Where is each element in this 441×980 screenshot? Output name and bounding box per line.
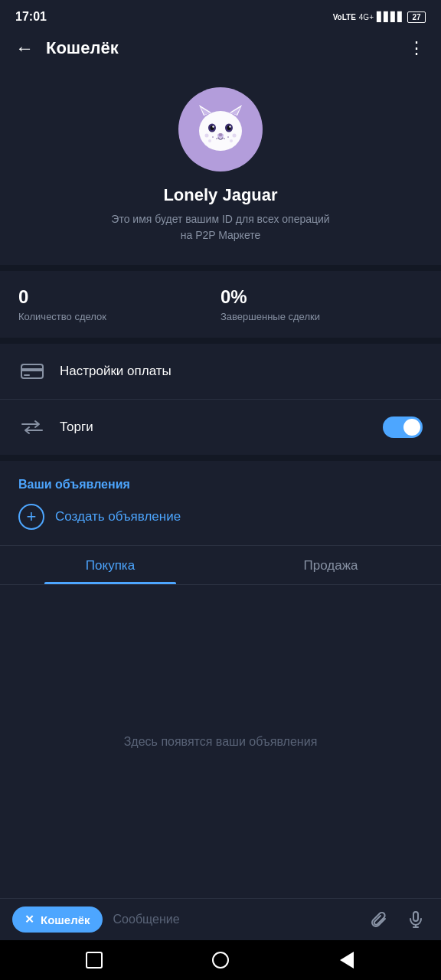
nav-back-button[interactable] xyxy=(335,948,359,972)
wallet-chip-label: Кошелёк xyxy=(41,913,90,926)
svg-point-0 xyxy=(199,111,242,151)
deals-completed-label: Завершенные сделки xyxy=(220,311,423,322)
svg-point-17 xyxy=(212,136,214,138)
avatar xyxy=(178,87,263,172)
menu-section: Настройки оплаты Торги xyxy=(0,344,441,455)
wallet-chip-button[interactable]: ✕ Кошелёк xyxy=(12,906,103,933)
stat-deals-completed: 0% Завершенные сделки xyxy=(220,286,423,322)
nav-back-icon xyxy=(340,952,354,969)
page-title: Кошелёк xyxy=(46,38,396,58)
status-bar: 17:01 VoLTE 4G+ ▋▋▋▋ 27 xyxy=(0,0,441,31)
battery-icon: 27 xyxy=(407,11,426,23)
svg-rect-22 xyxy=(21,368,43,371)
create-ad-icon: + xyxy=(18,504,44,530)
section-divider-3 xyxy=(0,455,441,461)
deals-count-value: 0 xyxy=(18,286,220,308)
empty-content-area: Здесь появятся ваши объявления xyxy=(0,585,441,898)
create-ad-label: Создать объявление xyxy=(55,509,181,524)
deals-count-label: Количество сделок xyxy=(18,311,220,322)
nav-home-button[interactable] xyxy=(208,948,233,972)
create-ad-button[interactable]: + Создать объявление xyxy=(18,504,423,537)
svg-point-9 xyxy=(212,126,214,127)
profile-section: Lonely Jaguar Это имя будет вашим ID для… xyxy=(0,69,441,265)
message-input-area[interactable]: Сообщение xyxy=(113,913,355,926)
system-nav-bar xyxy=(0,940,441,980)
svg-point-18 xyxy=(216,138,217,139)
svg-point-20 xyxy=(227,136,229,138)
svg-point-10 xyxy=(229,126,230,127)
tab-buy[interactable]: Покупка xyxy=(0,546,220,584)
signal-bars: ▋▋▋▋ xyxy=(377,11,404,22)
stat-deals-count: 0 Количество сделок xyxy=(18,286,220,322)
svg-point-16 xyxy=(230,139,233,142)
svg-point-19 xyxy=(224,138,225,139)
nav-recent-button[interactable] xyxy=(82,948,106,972)
tabs-section: Покупка Продажа xyxy=(0,546,441,585)
trades-toggle[interactable] xyxy=(383,416,423,438)
avatar-image xyxy=(190,99,251,160)
nav-home-icon xyxy=(212,952,229,969)
back-button[interactable]: ← xyxy=(15,39,34,57)
trades-icon xyxy=(18,413,46,441)
signal-icon: 4G+ xyxy=(359,13,374,21)
section-divider-2 xyxy=(0,338,441,344)
message-placeholder: Сообщение xyxy=(113,913,180,926)
profile-name: Lonely Jaguar xyxy=(163,185,277,205)
status-icons: VoLTE 4G+ ▋▋▋▋ 27 xyxy=(333,11,426,23)
menu-item-trades[interactable]: Торги xyxy=(0,400,441,455)
wallet-chip-close[interactable]: ✕ xyxy=(24,913,34,926)
stats-section: 0 Количество сделок 0% Завершенные сделк… xyxy=(0,271,441,338)
attach-icon[interactable] xyxy=(366,906,392,933)
profile-description: Это имя будет вашим ID для всех операций… xyxy=(106,211,335,243)
more-options-button[interactable]: ⋮ xyxy=(408,38,426,58)
menu-item-payment[interactable]: Настройки оплаты xyxy=(0,344,441,399)
empty-content-text: Здесь появятся ваши объявления xyxy=(124,735,318,749)
payment-settings-label: Настройки оплаты xyxy=(60,364,423,379)
svg-point-15 xyxy=(208,139,211,142)
bottom-bar: ✕ Кошелёк Сообщение xyxy=(0,898,441,940)
nav-recent-icon xyxy=(86,952,103,969)
voice-icon[interactable] xyxy=(403,906,429,933)
tabs-row: Покупка Продажа xyxy=(0,546,441,585)
svg-point-14 xyxy=(233,134,237,138)
tab-sell[interactable]: Продажа xyxy=(220,546,441,584)
announcements-section: Ваши объявления + Создать объявление xyxy=(0,461,441,545)
deals-completed-value: 0% xyxy=(220,286,423,308)
trades-label: Торги xyxy=(60,420,369,435)
svg-point-13 xyxy=(205,134,209,138)
svg-rect-24 xyxy=(413,912,418,921)
svg-point-12 xyxy=(219,133,223,136)
section-divider-1 xyxy=(0,265,441,271)
svg-rect-23 xyxy=(24,374,30,376)
payment-settings-icon xyxy=(18,358,46,385)
toggle-knob xyxy=(403,419,420,436)
page-header: ← Кошелёк ⋮ xyxy=(0,31,441,69)
status-time: 17:01 xyxy=(15,10,47,24)
network-icon: VoLTE xyxy=(333,13,356,21)
announcements-title: Ваши объявления xyxy=(18,478,423,492)
